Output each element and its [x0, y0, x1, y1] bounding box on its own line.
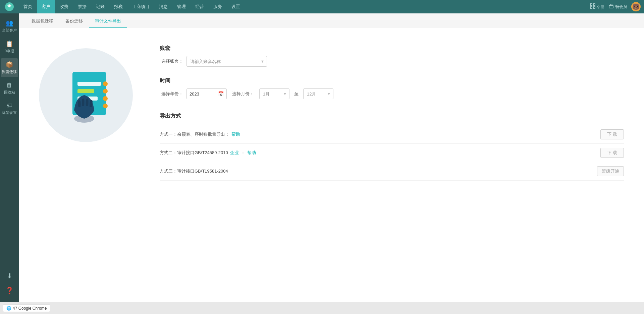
export-method-1-label: 方式一：余额表、序时账批量导出： — [160, 131, 229, 137]
nav-client[interactable]: 客户 — [37, 0, 55, 13]
start-month-select[interactable]: 1月2月3月 4月5月6月 7月8月9月 10月11月12月 — [259, 88, 289, 99]
svg-rect-8 — [77, 82, 101, 86]
svg-rect-6 — [609, 5, 613, 8]
nav-right-area: 全屏 畅会员 🐻 — [590, 2, 641, 11]
nav-fee[interactable]: 收费 — [55, 0, 73, 13]
nav-operation[interactable]: 经营 — [191, 0, 209, 13]
nav-invoice[interactable]: 票据 — [73, 0, 91, 13]
top-navigation: 首页 客户 收费 票据 记账 报税 工商项目 消息 管理 经营 服务 设置 全屏… — [0, 0, 644, 13]
nav-settings[interactable]: 设置 — [227, 0, 245, 13]
tab-backup-migrate[interactable]: 备份迁移 — [59, 15, 89, 28]
form-area: 账套 选择账套： 请输入账套名称 ▼ 时间 — [160, 42, 624, 181]
tab-audit-export[interactable]: 审计文件导出 — [89, 15, 127, 28]
calendar-icon: 📅 — [218, 91, 224, 97]
svg-rect-3 — [593, 4, 595, 5]
tabs-bar: 数据包迁移 备份迁移 审计文件导出 — [19, 13, 644, 28]
nav-message[interactable]: 消息 — [154, 0, 172, 13]
year-input[interactable]: 2023 📅 — [186, 88, 227, 99]
sidebar: 👥 全部客户 📋 0申报 📦 账套迁移 🗑 回收站 🏷 标签设置 ⬇ ❓ — [0, 13, 19, 302]
export-method-2-desc: 方式二：审计接口GB/T24589-2010 企业 ： 帮助 — [160, 150, 256, 156]
nav-bookkeeping[interactable]: 记账 — [91, 0, 109, 13]
nav-menu: 首页 客户 收费 票据 记账 报税 工商项目 消息 管理 经营 服务 设置 — [19, 0, 590, 13]
export-method-2-help[interactable]: 帮助 — [247, 150, 256, 156]
main-layout: 👥 全部客户 📋 0申报 📦 账套迁移 🗑 回收站 🏷 标签设置 ⬇ ❓ 数据包… — [0, 13, 644, 302]
to-label: 至 — [293, 91, 300, 97]
member-button[interactable]: 畅会员 — [608, 4, 627, 10]
tab-data-migrate[interactable]: 数据包迁移 — [25, 15, 59, 28]
export-method-2: 方式二：审计接口GB/T24589-2010 企业 ： 帮助 下 载 — [160, 143, 624, 162]
content-area: 数据包迁移 备份迁移 审计文件导出 — [19, 13, 644, 302]
time-row: 选择年份： 2023 📅 选择月份： 1月2月3月 4月5月6月 7月8月9月 … — [160, 88, 624, 99]
svg-point-15 — [103, 104, 108, 108]
export-method-2-label: 方式二：审计接口GB/T24589-2010 — [160, 150, 228, 156]
sidebar-item-zero-declare[interactable]: 📋 0申报 — [1, 38, 18, 56]
export-method-2-download-button[interactable]: 下 载 — [600, 148, 624, 158]
svg-point-14 — [103, 96, 108, 101]
export-method-1: 方式一：余额表、序时账批量导出： 帮助 下 载 — [160, 125, 624, 143]
nav-manage[interactable]: 管理 — [172, 0, 191, 13]
sidebar-bottom: ⬇ ❓ — [3, 270, 16, 302]
sidebar-help-icon[interactable]: ❓ — [3, 285, 16, 297]
sidebar-item-recycle[interactable]: 🗑 回收站 — [1, 79, 18, 98]
sidebar-item-all-clients[interactable]: 👥 全部客户 — [1, 17, 18, 36]
export-method-3-label: 方式三：审计接口GB/T19581-2004 — [160, 168, 228, 174]
app-logo — [3, 1, 15, 13]
illustration-circle — [39, 48, 133, 142]
svg-rect-2 — [590, 4, 592, 5]
nav-service[interactable]: 服务 — [209, 0, 227, 13]
svg-point-12 — [103, 81, 108, 86]
export-method-2-company[interactable]: 企业 — [230, 150, 239, 156]
page-content: 账套 选择账套： 请输入账套名称 ▼ 时间 — [19, 28, 644, 302]
account-select[interactable]: 请输入账套名称 — [186, 56, 267, 67]
account-select-label: 选择账套： — [160, 58, 183, 64]
year-label: 选择年份： — [160, 91, 183, 97]
sidebar-item-account-migrate[interactable]: 📦 账套迁移 — [1, 58, 18, 77]
taskbar-chrome-label: 47 Google Chrome — [13, 306, 47, 311]
end-month-wrapper: 1月2月3月 4月5月6月 7月8月9月 10月11月12月 ▼ — [303, 88, 333, 99]
svg-rect-5 — [593, 7, 595, 8]
svg-rect-4 — [590, 7, 592, 8]
recycle-icon: 🗑 — [6, 82, 12, 89]
export-method-1-desc: 方式一：余额表、序时账批量导出： 帮助 — [160, 131, 240, 137]
svg-rect-9 — [77, 89, 94, 93]
export-method-3-desc: 方式三：审计接口GB/T19581-2004 — [160, 168, 228, 174]
start-month-wrapper: 1月2月3月 4月5月6月 7月8月9月 10月11月12月 ▼ — [259, 88, 289, 99]
tag-settings-icon: 🏷 — [6, 102, 12, 109]
taskbar: 🌐 47 Google Chrome — [0, 302, 644, 314]
time-section: 时间 选择年份： 2023 📅 选择月份： 1月2月3月 4月5月6月 — [160, 77, 624, 102]
sidebar-download-icon[interactable]: ⬇ — [5, 270, 14, 282]
nav-home[interactable]: 首页 — [19, 0, 37, 13]
nav-tax[interactable]: 报税 — [109, 0, 127, 13]
nav-business[interactable]: 工商项目 — [127, 0, 154, 13]
svg-point-13 — [103, 89, 108, 93]
account-migrate-icon: 📦 — [6, 61, 13, 68]
zero-declare-icon: 📋 — [6, 40, 13, 48]
account-section-title: 账套 — [160, 45, 624, 52]
svg-point-1 — [8, 5, 10, 7]
chrome-icon: 🌐 — [6, 306, 11, 311]
fullscreen-button[interactable]: 全屏 — [590, 3, 604, 10]
export-section-title: 导出方式 — [160, 113, 624, 120]
export-method-1-help[interactable]: 帮助 — [231, 131, 240, 137]
taskbar-chrome[interactable]: 🌐 47 Google Chrome — [3, 305, 50, 312]
export-method-1-download-button[interactable]: 下 载 — [600, 129, 624, 139]
month-label: 选择月份： — [230, 91, 256, 97]
account-select-row: 选择账套： 请输入账套名称 ▼ — [160, 56, 624, 67]
end-month-select[interactable]: 1月2月3月 4月5月6月 7月8月9月 10月11月12月 — [303, 88, 333, 99]
account-select-wrapper: 请输入账套名称 ▼ — [186, 56, 267, 67]
export-section: 导出方式 方式一：余额表、序时账批量导出： 帮助 下 载 方式二：审计接口GB/… — [160, 113, 624, 181]
export-method-3: 方式三：审计接口GB/T19581-2004 暂缓开通 — [160, 162, 624, 181]
sidebar-item-tag-settings[interactable]: 🏷 标签设置 — [1, 100, 18, 118]
year-value: 2023 — [190, 91, 216, 97]
account-section: 账套 选择账套： 请输入账套名称 ▼ — [160, 45, 624, 69]
user-avatar[interactable]: 🐻 — [631, 2, 641, 11]
all-clients-icon: 👥 — [6, 19, 13, 27]
time-section-title: 时间 — [160, 77, 624, 84]
illustration-area — [39, 48, 133, 142]
export-method-3-open-button[interactable]: 暂缓开通 — [597, 166, 624, 176]
